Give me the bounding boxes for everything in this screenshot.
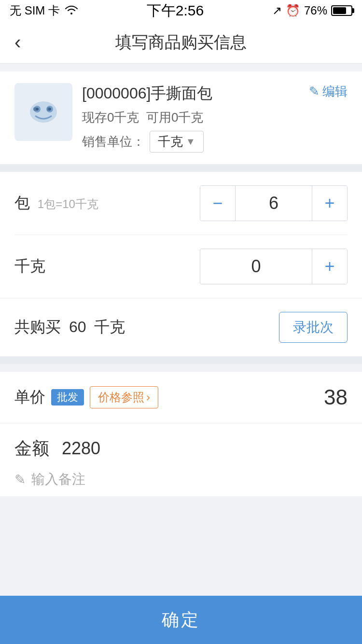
- back-button[interactable]: ‹: [10, 27, 26, 58]
- price-left: 单价 批发 价格参照 ›: [14, 386, 158, 408]
- total-text: 共购买 60 千克: [14, 317, 125, 338]
- price-reference-button[interactable]: 价格参照 ›: [90, 386, 158, 408]
- kg-plus-button[interactable]: +: [312, 249, 347, 284]
- product-stock: 现存0千克 可用0千克: [82, 109, 348, 126]
- time-display: 下午2:56: [147, 1, 204, 21]
- quantity-section: 包 1包=10千克 − + 千克 +: [0, 172, 362, 298]
- carrier-text: 无 SIM 卡: [10, 3, 60, 18]
- status-bar: 无 SIM 卡 下午2:56 ↗ ⏰ 76%: [0, 0, 362, 21]
- bag-minus-button[interactable]: −: [200, 186, 235, 221]
- alarm-icon: ⏰: [286, 4, 300, 17]
- bag-plus-button[interactable]: +: [312, 186, 347, 221]
- svg-point-5: [36, 108, 39, 111]
- page-title: 填写商品购买信息: [115, 31, 247, 54]
- section-divider-1: [0, 164, 362, 172]
- unit-selector[interactable]: 千克 ▼: [150, 131, 204, 153]
- bag-label: 包 1包=10千克: [14, 193, 98, 214]
- edit-button[interactable]: ✎ 编辑: [309, 83, 348, 100]
- product-card: [0000006]手撕面包 现存0千克 可用0千克 销售单位： 千克 ▼ ✎ 编…: [0, 71, 362, 164]
- product-info: [0000006]手撕面包 现存0千克 可用0千克 销售单位： 千克 ▼: [82, 83, 348, 153]
- remark-row[interactable]: ✎ 输入备注: [14, 470, 348, 489]
- location-icon: ↗: [272, 4, 282, 17]
- kg-label: 千克: [14, 256, 45, 277]
- price-section: 单价 批发 价格参照 › 38: [0, 372, 362, 423]
- status-left: 无 SIM 卡: [10, 3, 78, 18]
- edit-icon: ✎: [309, 84, 320, 99]
- bag-quantity-input[interactable]: [235, 186, 312, 221]
- kg-quantity-control: +: [200, 249, 348, 284]
- battery-percent: 76%: [304, 4, 327, 17]
- product-unit-row: 销售单位： 千克 ▼: [82, 131, 348, 153]
- price-value: 38: [324, 385, 348, 409]
- bag-quantity-row: 包 1包=10千克 − +: [14, 172, 348, 235]
- section-divider-2: [0, 356, 362, 364]
- confirm-button[interactable]: 确定: [0, 596, 362, 644]
- battery-icon: [331, 5, 352, 16]
- status-right: ↗ ⏰ 76%: [272, 4, 352, 17]
- record-batch-button[interactable]: 录批次: [279, 312, 348, 343]
- dropdown-arrow-icon: ▼: [186, 136, 195, 147]
- kg-quantity-row: 千克 +: [14, 235, 348, 298]
- total-row: 共购买 60 千克 录批次: [0, 298, 362, 356]
- remark-icon: ✎: [14, 472, 26, 488]
- amount-row: 金额 2280: [14, 437, 348, 461]
- svg-point-6: [48, 108, 51, 111]
- wifi-icon: [65, 4, 78, 17]
- chevron-right-icon: ›: [146, 391, 150, 404]
- nav-bar: ‹ 填写商品购买信息: [0, 21, 362, 64]
- product-name: [0000006]手撕面包: [82, 83, 348, 104]
- amount-section: 金额 2280 ✎ 输入备注: [0, 423, 362, 496]
- price-tag: 批发: [51, 389, 84, 406]
- remark-placeholder: 输入备注: [31, 470, 85, 489]
- bag-quantity-control: − +: [200, 185, 348, 221]
- kg-quantity-input[interactable]: [200, 249, 312, 284]
- product-image: [14, 83, 72, 141]
